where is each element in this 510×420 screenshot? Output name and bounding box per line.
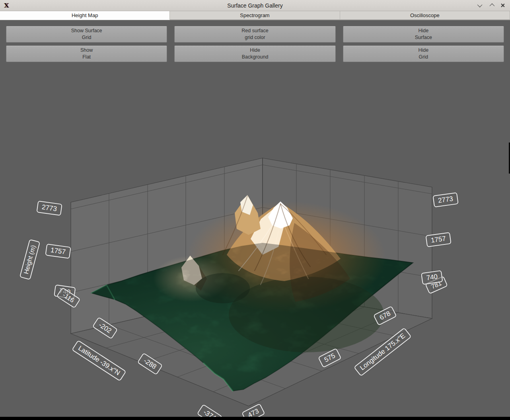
- show-surface-grid-button[interactable]: Show Surface Grid: [6, 26, 167, 43]
- shade-button[interactable]: [477, 2, 484, 9]
- button-label-line: Red surface: [241, 27, 268, 34]
- tab-oscilloscope[interactable]: Oscilloscope: [340, 11, 510, 20]
- screen-edge-strip: [0, 417, 510, 420]
- button-label-line: Grid: [82, 34, 91, 41]
- tab-bar: Height Map Spectrogram Oscilloscope: [0, 11, 510, 20]
- window-title: Surface Graph Gallery: [0, 2, 510, 9]
- surface-plot-canvas: [0, 0, 510, 420]
- chevron-up-icon: [489, 4, 494, 9]
- tab-spectrogram[interactable]: Spectrogram: [170, 11, 340, 20]
- button-label-line: Hide: [418, 27, 428, 34]
- button-label-line: grid color: [245, 34, 265, 41]
- app-window: 2773 1757 740 Height (m) 2773 1757 781 7…: [0, 0, 510, 420]
- chevron-down-icon: [477, 2, 482, 8]
- controls-panel: Show Surface Grid Red surface grid color…: [0, 26, 510, 62]
- hide-surface-button[interactable]: Hide Surface: [343, 26, 504, 43]
- show-flat-button[interactable]: Show Flat: [6, 45, 167, 62]
- button-label-line: Grid: [419, 54, 428, 61]
- maximize-button[interactable]: [488, 2, 495, 9]
- hide-background-button[interactable]: Hide Background: [174, 45, 335, 62]
- close-icon: [500, 3, 505, 8]
- surface-plot-view[interactable]: [0, 0, 510, 420]
- titlebar[interactable]: X Surface Graph Gallery: [0, 0, 510, 11]
- hide-grid-button[interactable]: Hide Grid: [343, 45, 504, 62]
- tab-height-map[interactable]: Height Map: [0, 11, 170, 20]
- button-label-line: Show Surface: [71, 27, 102, 34]
- button-label-line: Background: [242, 54, 269, 61]
- close-button[interactable]: [499, 2, 506, 9]
- button-label-line: Hide: [250, 47, 260, 54]
- button-label-line: Show: [80, 47, 93, 54]
- button-label-line: Surface: [415, 34, 432, 41]
- window-controls: [477, 2, 510, 9]
- button-label-line: Hide: [418, 47, 428, 54]
- button-label-line: Flat: [82, 54, 91, 61]
- red-surface-grid-color-button[interactable]: Red surface grid color: [174, 26, 335, 43]
